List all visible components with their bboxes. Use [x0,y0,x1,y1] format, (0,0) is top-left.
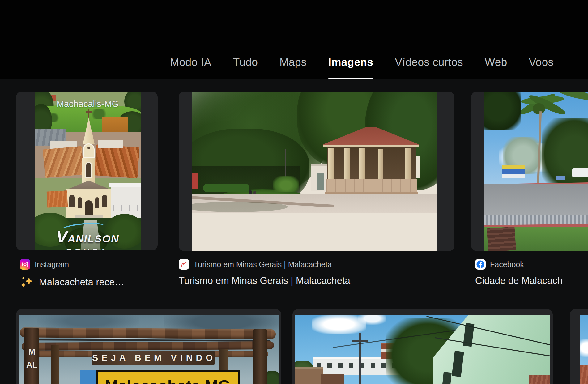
tab-voos[interactable]: Voos [529,56,554,68]
gazebo-pillar-5 [405,148,411,179]
cloud-white [312,315,366,334]
image-result-edge-sliver[interactable] [570,309,588,384]
church-medallion-dot [87,147,90,149]
result-caption-instagram: Instagram Malacacheta rece… [20,259,156,289]
source-row[interactable]: Turismo em Minas Gerais | Malacacheta [179,259,451,270]
sparkle-icon [20,275,34,289]
gazebo-parapet [326,179,417,192]
trunk-foliage-top [484,92,521,130]
left-orange-roof [47,190,68,207]
kiosk-stripe-white [502,174,525,178]
tab-imagens-active[interactable]: Imagens [328,56,373,68]
source-name: Facebook [490,260,524,269]
church-aerial-photo: Machacalis-MG VANILSON SOUZA [35,92,141,250]
church-window-3 [95,197,99,208]
search-tabs-bar: Modo IA Tudo Maps Imagens Vídeos curtos … [0,0,588,79]
gate-post-vertical-letters: MAL [26,346,38,372]
red-booth [192,173,198,189]
turismo-minas-gerais-icon [179,259,189,270]
street-scene-photo [295,315,550,384]
tab-videos-curtos[interactable]: Vídeos curtos [395,56,463,68]
gazebo-pillar-1 [328,148,334,179]
image-result-church-aerial[interactable]: Machacalis-MG VANILSON SOUZA [16,92,158,250]
facebook-icon [475,259,486,270]
church-cross [88,109,89,118]
photo-watermark-brand: VANILSON SOUZA [35,226,141,250]
result-title-row[interactable]: Cidade de Malacach [475,275,588,286]
church-window-1 [69,195,75,207]
distant-kiosk-door [317,173,324,190]
planter-palm [273,176,299,192]
instagram-icon [20,259,30,270]
brand-name-line2: SOUZA [35,247,141,250]
sliver-cloud [580,339,588,357]
blue-car [556,176,565,180]
cloud-white-2 [358,315,386,325]
church-medallion [83,143,95,158]
gate-beam-mid [22,341,274,351]
church-window-4 [102,195,107,207]
result-title: Turismo em Minas Gerais | Malacacheta [179,275,350,286]
image-result-palm-street[interactable] [471,92,588,251]
source-name: Instagram [35,260,69,269]
roof-tile-corner [529,375,550,384]
pole-crossarm [352,340,368,342]
church-cross-bar [86,111,92,113]
source-row[interactable]: Instagram [20,259,156,270]
tab-web[interactable]: Web [485,56,507,68]
result-title: Malacacheta rece… [39,277,124,288]
google-images-results-page: Modo IA Tudo Maps Imagens Vídeos curtos … [0,0,588,384]
image-result-street-scene[interactable] [292,309,553,384]
dark-tree-right [542,118,588,190]
town-square-photo [192,92,437,251]
hedge-row-left [203,184,249,192]
source-row[interactable]: Facebook [475,259,588,270]
gazebo-pillar-4 [378,149,383,179]
result-caption-facebook: Facebook Cidade de Malacach [475,259,588,286]
brand-name: ANILSON [68,233,119,245]
photo-watermark-city: Machacalis-MG [35,99,141,109]
palm-crown-core [533,103,545,114]
tab-tudo[interactable]: Tudo [233,56,258,68]
big-roof-right [94,144,140,178]
church-window-2 [78,197,82,208]
result-caption-turismo: Turismo em Minas Gerais | Malacacheta Tu… [179,259,451,286]
mint-window-3 [442,372,452,384]
image-result-town-square[interactable] [179,92,454,251]
sliver-roof [580,365,588,384]
gazebo-pillar-3 [359,148,365,179]
gazebo-roof-fascia [323,145,419,147]
result-title: Cidade de Malacach [475,275,563,286]
result-title-row[interactable]: Malacacheta rece… [20,275,156,289]
welcome-sign-board: SEJA BEM VINDO [92,351,215,365]
tab-maps[interactable]: Maps [279,56,307,68]
big-roof-left [43,146,84,178]
palm-street-photo [484,92,588,251]
white-building [111,187,141,218]
tab-modo-ia[interactable]: Modo IA [170,56,211,68]
gate-beam-top [20,327,276,339]
edge-sliver-photo [580,315,588,384]
brown-shed [295,367,323,384]
result-title-row[interactable]: Turismo em Minas Gerais | Malacacheta [179,275,451,286]
welcome-gate-photo: SEJA BEM VINDO Malacacheta MG MAL [19,315,279,384]
search-tabs: Modo IA Tudo Maps Imagens Vídeos curtos … [170,0,554,79]
gate-post-inner-left [51,345,59,384]
gazebo-pillar-2 [344,148,350,179]
white-van [572,168,588,177]
city-name-plate: Malacacheta MG [96,370,240,384]
white-walls-right [98,140,123,148]
gazebo-interior [327,147,416,180]
image-result-welcome-gate[interactable]: SEJA BEM VINDO Malacacheta MG MAL [16,309,281,384]
gate-post-right [253,329,267,384]
tower-window [85,162,92,178]
brown-shed-2 [321,374,344,384]
church-door [85,200,93,215]
source-name: Turismo em Minas Gerais | Malacacheta [194,260,332,269]
